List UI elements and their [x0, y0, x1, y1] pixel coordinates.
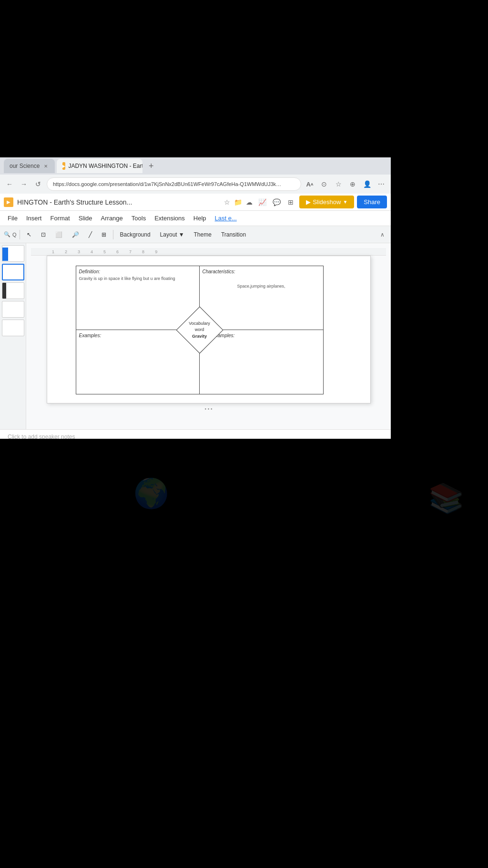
- menu-insert[interactable]: Insert: [22, 213, 46, 224]
- ruler-mark: 7: [129, 249, 132, 254]
- transition-button[interactable]: Transition: [217, 228, 250, 241]
- diamond-container: Vocabulary word Gravity: [176, 306, 224, 354]
- slide-thumb-4[interactable]: [2, 301, 24, 318]
- background-button[interactable]: Background: [116, 228, 154, 241]
- title-bar: ▶ HINGTON - Earth's Structure Lesson... …: [0, 194, 391, 211]
- title-actions: 📈 💬 ⊞ ▶ Slideshow ▼ Share: [256, 196, 387, 208]
- tab-bar: our Science ✕ ▶ JADYN WASHINGTON - Earth…: [0, 157, 391, 175]
- toolbar: 🔍 Q ↖ ⊡ ⬜ 🔎 ╱ ⊞ Background Layout ▼ Them…: [0, 226, 391, 243]
- ruler-mark: 6: [116, 249, 119, 254]
- menu-bar: File Insert Format Slide Arrange Tools E…: [0, 211, 391, 226]
- diamond-line3: Gravity: [189, 333, 210, 340]
- slides-app: ▶ HINGTON - Earth's Structure Lesson... …: [0, 194, 391, 462]
- menu-format[interactable]: Format: [46, 213, 73, 224]
- line-tool[interactable]: ╱: [85, 228, 96, 241]
- slide-thumb-1-accent: [2, 248, 8, 261]
- canvas-area: 1 2 3 4 5 6 7 8 9 Definition:: [26, 243, 391, 429]
- definition-content[interactable]: Gravity is up in space it like flying bu…: [79, 276, 196, 281]
- share-button[interactable]: Share: [357, 196, 387, 208]
- reader-icon[interactable]: ⊙: [318, 178, 330, 190]
- zoom-control[interactable]: 🔍 Q: [4, 231, 17, 238]
- trend-icon[interactable]: 📈: [256, 196, 268, 208]
- theme-button[interactable]: Theme: [190, 228, 215, 241]
- document-title[interactable]: HINGTON - Earth's Structure Lesson...: [17, 198, 220, 206]
- tab-science[interactable]: our Science ✕: [4, 159, 55, 173]
- menu-slide[interactable]: Slide: [75, 213, 96, 224]
- diamond-line2: word: [189, 327, 210, 333]
- star-icon[interactable]: ☆: [333, 178, 344, 190]
- zoom-icon: 🔍: [4, 231, 10, 238]
- menu-file[interactable]: File: [4, 213, 21, 224]
- slide-3-bar: [2, 283, 6, 299]
- reload-button[interactable]: ↺: [32, 178, 44, 190]
- back-button[interactable]: ←: [4, 178, 15, 190]
- font-size-icon[interactable]: AA: [304, 178, 315, 190]
- textbox-tool[interactable]: ⊡: [37, 228, 50, 241]
- ruler-mark: 3: [78, 249, 80, 254]
- tab-science-close[interactable]: ✕: [42, 163, 49, 169]
- background-label: Background: [120, 231, 151, 238]
- tab-jadyn-label: JADYN WASHINGTON - Earth's: [68, 163, 142, 169]
- comment-icon[interactable]: 💬: [271, 196, 282, 208]
- slideshow-button[interactable]: ▶ Slideshow ▼: [299, 196, 354, 208]
- tab-jadyn[interactable]: ▶ JADYN WASHINGTON - Earth's ✕: [57, 159, 142, 173]
- toolbar-divider-2: [113, 230, 113, 239]
- ruler-mark: 8: [142, 249, 144, 254]
- url-text: https://docs.google.com/presentation/d/1…: [53, 181, 282, 187]
- top-black-area: [0, 0, 488, 157]
- ruler-mark: 2: [65, 249, 67, 254]
- bottom-black-area: 🌍 📚: [0, 439, 488, 868]
- insert-icon[interactable]: ⊞: [98, 228, 110, 241]
- workspace: 1 2 3 4 5 6 7 8 9 Definition:: [0, 243, 391, 429]
- watermark-left: 🌍: [133, 476, 169, 510]
- present-mode-icon[interactable]: ⊞: [285, 196, 296, 208]
- forward-button[interactable]: →: [18, 178, 30, 190]
- tab-science-label: our Science: [10, 163, 40, 169]
- characteristics-label: Characteristics:: [203, 269, 320, 274]
- share-label: Share: [364, 198, 380, 206]
- ruler-mark: 1: [52, 249, 54, 254]
- slide-thumb-1[interactable]: [2, 245, 24, 262]
- ruler-mark: 9: [155, 249, 157, 254]
- slide-canvas[interactable]: Definition: Gravity is up in space it li…: [47, 256, 371, 403]
- menu-arrange[interactable]: Arrange: [97, 213, 127, 224]
- characteristics-content[interactable]: Space,jumping airplanes,: [203, 284, 320, 289]
- slide-panel: [0, 243, 26, 429]
- scroll-indicator: • • •: [204, 406, 212, 412]
- select-tool[interactable]: ↖: [23, 228, 35, 241]
- menu-tools[interactable]: Tools: [128, 213, 150, 224]
- slideshow-dropdown-icon[interactable]: ▼: [343, 199, 347, 205]
- title-star-icon[interactable]: ☆: [224, 198, 230, 206]
- slide-thumb-5[interactable]: [2, 320, 24, 336]
- diamond-line1: Vocabulary: [189, 320, 210, 327]
- ruler-mark: 5: [103, 249, 106, 254]
- address-input[interactable]: https://docs.google.com/presentation/d/1…: [47, 177, 301, 191]
- menu-help[interactable]: Help: [190, 213, 210, 224]
- slide-thumb-2[interactable]: [2, 264, 24, 280]
- menu-extensions[interactable]: Extensions: [151, 213, 189, 224]
- profile-icon[interactable]: 👤: [361, 178, 373, 190]
- diamond-text: Vocabulary word Gravity: [189, 320, 210, 340]
- ruler-mark: 4: [91, 249, 93, 254]
- settings-icon[interactable]: ⋯: [376, 178, 387, 190]
- tab-jadyn-favicon: ▶: [62, 162, 65, 170]
- slides-logo: ▶: [4, 197, 13, 207]
- layout-dropdown-icon: ▼: [179, 231, 184, 238]
- toolbar-divider-1: [20, 230, 20, 239]
- watermark-right: 📚: [428, 481, 464, 515]
- title-folder-icon[interactable]: 📁: [234, 198, 242, 206]
- present-icon: ▶: [306, 198, 311, 206]
- collections-icon[interactable]: ⊕: [347, 178, 358, 190]
- theme-label: Theme: [194, 231, 212, 238]
- title-cloud-icon[interactable]: ☁: [246, 198, 253, 206]
- layout-button[interactable]: Layout ▼: [156, 228, 188, 241]
- vocab-diagram: Definition: Gravity is up in space it li…: [76, 266, 324, 394]
- menu-last-edit[interactable]: Last e...: [211, 213, 241, 224]
- image-tool[interactable]: 🔎: [68, 228, 83, 241]
- address-bar-row: ← → ↺ https://docs.google.com/presentati…: [0, 175, 391, 194]
- shape-tool[interactable]: ⬜: [51, 228, 66, 241]
- slideshow-label: Slideshow: [313, 198, 341, 206]
- new-tab-button[interactable]: +: [144, 159, 158, 173]
- slide-thumb-3[interactable]: [2, 282, 24, 299]
- toolbar-collapse[interactable]: ∧: [377, 230, 387, 239]
